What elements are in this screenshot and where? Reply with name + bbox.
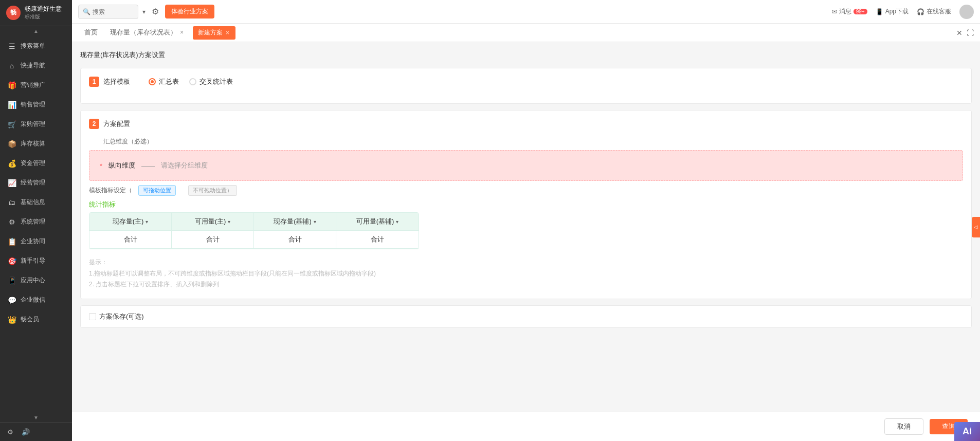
sidebar-scroll-down[interactable]: ▼ [0,412,72,422]
radio-cross-circle [189,78,196,85]
stats-col-header-1[interactable]: 可用量(主) ▾ [172,213,253,231]
radio-cross-label: 交叉统计表 [199,77,233,86]
app-edition: 标准版 [25,13,62,21]
search-input[interactable] [93,8,134,15]
dimension-placeholder: 请选择分组维度 [161,161,208,170]
sidebar-scroll-up[interactable]: ▲ [0,26,72,36]
section1-title: 选择模板 [103,77,130,86]
stats-col-header-2[interactable]: 现存量(基辅) ▾ [254,213,336,231]
sidebar-menu: ☰ 搜索菜单 ⌂ 快捷导航 🎁 营销推广 📊 销售管理 🛒 采购管理 📦 库存核… [0,36,72,412]
sidebar-item-search-menu[interactable]: ☰ 搜索菜单 [0,36,72,56]
topbar-settings-icon[interactable]: ⚙ [152,7,159,16]
aggregate-dim-label: 汇总维度（必选） [103,137,963,146]
system-icon: ⚙ [7,217,16,227]
app-name: 畅康通好生意 [25,5,62,13]
tab-inventory-status[interactable]: 现存量（库存状况表） × [104,24,191,42]
sidebar-item-label: 资金管理 [21,159,45,168]
sidebar-item-system[interactable]: ⚙ 系统管理 [0,212,72,232]
save-checkbox[interactable] [89,313,96,320]
topbar-search-box[interactable]: 🔍 [78,5,138,19]
dimension-dash: —— [141,162,155,170]
sidebar-item-marketing[interactable]: 🎁 营销推广 [0,76,72,95]
section1-num: 1 [89,77,99,87]
topbar-dropdown[interactable]: ▾ [142,8,146,15]
radio-cross[interactable]: 交叉统计表 [189,77,233,86]
newbie-icon: 🎯 [7,256,16,266]
app-center-icon: 📱 [7,276,16,285]
window-expand-icon[interactable]: ⛶ [967,29,974,37]
sidebar-item-finance[interactable]: 💰 资金管理 [0,154,72,173]
sales-icon: 📊 [7,100,16,109]
messages-label: 消息 [839,7,851,16]
search-icon: 🔍 [83,8,90,15]
sidebar-settings-icon[interactable]: ⚙ [7,428,13,436]
sidebar-item-label: 应用中心 [21,276,45,285]
radio-summary[interactable]: 汇总表 [149,77,179,86]
sidebar-item-label: 搜索菜单 [21,42,45,50]
sidebar-item-basic-info[interactable]: 🗂 基础信息 [0,193,72,212]
col-chevron-3[interactable]: ▾ [396,219,398,225]
purchase-icon: 🛒 [7,120,16,129]
sidebar-item-quick-nav[interactable]: ⌂ 快捷导航 [0,56,72,76]
sidebar-item-enterprise-wx[interactable]: 💬 企业微信 [0,290,72,310]
sidebar-item-label: 库存核算 [21,139,45,148]
user-avatar[interactable] [959,5,974,19]
hint-text-0: 1.拖动标题栏可以调整布局，不可跨维度或指标区域拖动栏目字段(只能在同一维度或指… [89,268,963,280]
dimension-selection-box[interactable]: * 纵向维度 —— 请选择分组维度 [89,150,963,181]
hint-label: 提示： [89,257,963,268]
message-icon: ✉ [832,8,837,15]
col-chevron-0[interactable]: ▾ [146,219,148,225]
sidebar-speaker-icon[interactable]: 🔊 [22,428,30,436]
sidebar-item-enterprise[interactable]: 📋 企业协同 [0,232,72,251]
tab-inventory-status-close-icon[interactable]: × [179,28,185,37]
right-collapse-button[interactable]: ◁ [972,217,980,237]
basic-info-icon: 🗂 [7,198,16,207]
operations-icon: 📈 [7,178,16,188]
radio-summary-circle [149,78,156,85]
window-close-icon[interactable]: ✕ [956,29,963,37]
trial-industry-button[interactable]: 体验行业方案 [165,5,214,19]
topbar-right: ✉ 消息 99+ 📱 App下载 🎧 在线客服 [832,5,974,19]
content-area: 现存量(库存状况表)方案设置 1 选择模板 汇总表 交叉统计表 [72,42,980,412]
sidebar-item-inventory[interactable]: 📦 库存核算 [0,134,72,154]
tabs-bar: 首页 现存量（库存状况表） × 新建方案 × ✕ ⛶ [72,24,980,42]
stats-table: 现存量(主) ▾ 合计 可用量(主) ▾ [89,212,419,249]
save-checkbox-row: 方案保存(可选) [89,312,963,321]
non-draggable-badge: 不可拖动位置） [188,185,237,196]
sidebar: 畅 畅康通好生意 标准版 ▲ ☰ 搜索菜单 ⌂ 快捷导航 🎁 营销推广 📊 销售… [0,0,72,441]
col-header-label-3: 可用量(基辅) [356,217,394,226]
sidebar-item-operations[interactable]: 📈 经营管理 [0,173,72,193]
tab-new-plan-close-icon[interactable]: × [225,28,230,38]
col-chevron-2[interactable]: ▾ [314,219,316,225]
search-menu-icon: ☰ [7,42,16,51]
tab-home[interactable]: 首页 [78,24,104,42]
stats-col-2: 现存量(基辅) ▾ 合计 [254,213,336,248]
stats-col-header-3[interactable]: 可用量(基辅) ▾ [336,213,419,231]
sidebar-item-purchase[interactable]: 🛒 采购管理 [0,115,72,134]
topbar: 🔍 ▾ ⚙ 体验行业方案 ✉ 消息 99+ 📱 App下载 🎧 在线客服 [72,0,980,24]
messages-button[interactable]: ✉ 消息 99+ [832,7,867,16]
stats-col-header-0[interactable]: 现存量(主) ▾ [89,213,171,231]
draggable-badge: 可拖动位置 [138,185,176,196]
cancel-button[interactable]: 取消 [884,418,923,435]
section-template: 1 选择模板 汇总表 交叉统计表 [80,68,972,104]
ai-badge[interactable]: Ai [954,422,980,441]
online-service-button[interactable]: 🎧 在线客服 [917,7,951,16]
tab-new-plan[interactable]: 新建方案 × [193,26,235,40]
sidebar-item-label: 基础信息 [21,198,45,207]
col-header-label-0: 现存量(主) [113,217,144,226]
col-header-label-2: 现存量(基辅) [274,217,312,226]
hint-section: 提示： 1.拖动标题栏可以调整布局，不可跨维度或指标区域拖动栏目字段(只能在同一… [89,257,963,290]
sidebar-item-label: 企业微信 [21,296,45,304]
sidebar-item-sales[interactable]: 📊 销售管理 [0,95,72,115]
sidebar-item-newbie[interactable]: 🎯 新手引导 [0,251,72,271]
sidebar-item-member[interactable]: 👑 畅会员 [0,310,72,329]
col-chevron-1[interactable]: ▾ [228,219,230,225]
sidebar-item-app-center[interactable]: 📱 应用中心 [0,271,72,290]
app-download-button[interactable]: 📱 App下载 [876,7,909,16]
hint-text-1: 2. 点击标题栏下拉可设置排序、插入列和删除列 [89,279,963,290]
page-title: 现存量(库存状况表)方案设置 [80,50,972,60]
sidebar-item-label: 畅会员 [21,315,39,324]
inventory-icon: 📦 [7,139,16,149]
sidebar-item-label: 快捷导航 [21,61,45,70]
